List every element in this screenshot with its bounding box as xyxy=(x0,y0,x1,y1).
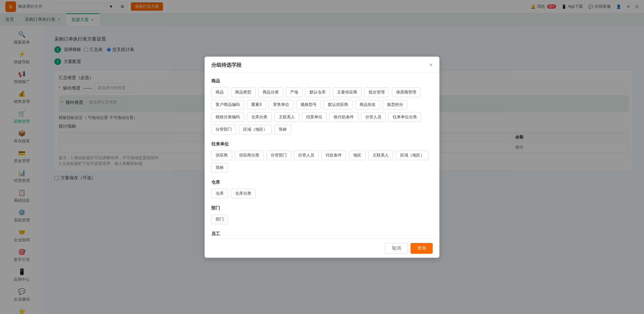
field-tag[interactable]: 供应商分类 xyxy=(235,150,264,160)
field-tag[interactable]: 区域（地区） xyxy=(396,150,429,160)
modal-body: 商品 商品 商品类型 商品分类 产地 默认仓库 主要供应商 批次管理 保质期管理… xyxy=(205,73,439,236)
field-tag[interactable]: 主联系人 xyxy=(274,112,299,122)
field-tag[interactable]: 区域（地区） xyxy=(239,125,272,134)
field-tag[interactable]: 付款条件 xyxy=(321,150,346,160)
field-tag[interactable]: 仓库分类 xyxy=(231,189,256,198)
section-goods-fields: 商品 商品类型 商品分类 产地 默认仓库 主要供应商 批次管理 保质期管理 客户… xyxy=(211,87,433,134)
section-goods: 商品 商品 商品类型 商品分类 产地 默认仓库 主要供应商 批次管理 保质期管理… xyxy=(211,78,433,134)
section-partner-fields: 供应商 供应商分类 分管部门 分管人员 付款条件 地区 主联系人 区域（地区） … xyxy=(211,150,433,173)
cancel-button[interactable]: 取消 xyxy=(385,243,408,254)
field-tag[interactable]: 商品 xyxy=(211,87,228,97)
section-department: 部门 部门 xyxy=(211,205,433,224)
field-tag[interactable]: 简称 xyxy=(274,125,291,134)
modal-title: 分组待选字段 xyxy=(211,62,241,68)
section-warehouse: 仓库 仓库 仓库分类 xyxy=(211,179,433,198)
field-tag[interactable]: 分管部门 xyxy=(211,125,236,134)
field-tag[interactable]: 保质期管理 xyxy=(392,87,421,97)
field-tag[interactable]: 商品别名 xyxy=(355,100,380,110)
field-tag[interactable]: 仓库 xyxy=(211,189,228,198)
field-tag[interactable]: 分管人员 xyxy=(294,150,319,160)
section-employee-title: 员工 xyxy=(211,231,433,236)
field-tag[interactable]: 分管人员 xyxy=(361,112,386,122)
field-tag[interactable]: 商品分类 xyxy=(258,87,283,97)
field-tag[interactable]: 默认供应商 xyxy=(324,100,353,110)
modal-overlay: 分组待选字段 × 商品 商品 商品类型 商品分类 产地 默认仓库 主要供应商 批… xyxy=(0,0,644,314)
modal-header: 分组待选字段 × xyxy=(205,57,439,73)
field-tag[interactable]: 仓库分类 xyxy=(247,112,272,122)
field-tag[interactable]: 主要供应商 xyxy=(333,87,362,97)
section-partner-title: 往来单位 xyxy=(211,141,433,147)
field-tag[interactable]: 批次管理 xyxy=(364,87,389,97)
field-tag[interactable]: 商品类型 xyxy=(231,87,256,97)
section-employee: 员工 业务员 xyxy=(211,231,433,236)
section-partner: 往来单位 供应商 供应商分类 分管部门 分管人员 付款条件 地区 主联系人 区域… xyxy=(211,141,433,173)
field-tag[interactable]: 产地 xyxy=(286,87,303,97)
field-tag[interactable]: 税收分类编码 xyxy=(211,112,244,122)
field-tag[interactable]: 地区 xyxy=(349,150,366,160)
field-tag[interactable]: 简称 xyxy=(211,163,228,173)
modal-scrollbar-x[interactable] xyxy=(205,236,439,239)
field-tag[interactable]: 炼货积分 xyxy=(383,100,408,110)
field-tag[interactable]: 零售单位 xyxy=(269,100,293,110)
modal-footer: 取消 查询 xyxy=(205,239,439,258)
field-tag[interactable]: 规格型号 xyxy=(296,100,321,110)
field-tag[interactable]: 收付款条件 xyxy=(329,112,358,122)
confirm-button[interactable]: 查询 xyxy=(411,243,433,254)
section-warehouse-title: 仓库 xyxy=(211,179,433,185)
field-tag[interactable]: 重量3 xyxy=(247,100,266,110)
field-tag[interactable]: 部门 xyxy=(211,214,228,224)
field-tag[interactable]: 客户商品编码 xyxy=(211,100,244,110)
field-tag[interactable]: 分管部门 xyxy=(266,150,291,160)
scroll-width-spacer xyxy=(211,236,439,236)
section-warehouse-fields: 仓库 仓库分类 xyxy=(211,189,433,198)
modal-close-icon[interactable]: × xyxy=(429,62,433,68)
field-tag[interactable]: 供应商 xyxy=(211,150,232,160)
section-goods-title: 商品 xyxy=(211,78,433,84)
field-select-modal: 分组待选字段 × 商品 商品 商品类型 商品分类 产地 默认仓库 主要供应商 批… xyxy=(205,57,439,258)
field-tag[interactable]: 结算单位 xyxy=(302,112,327,122)
section-department-title: 部门 xyxy=(211,205,433,211)
field-tag[interactable]: 主联系人 xyxy=(368,150,393,160)
field-tag[interactable]: 默认仓库 xyxy=(305,87,330,97)
field-tag[interactable]: 往来单位分类 xyxy=(388,112,421,122)
section-department-fields: 部门 xyxy=(211,214,433,224)
